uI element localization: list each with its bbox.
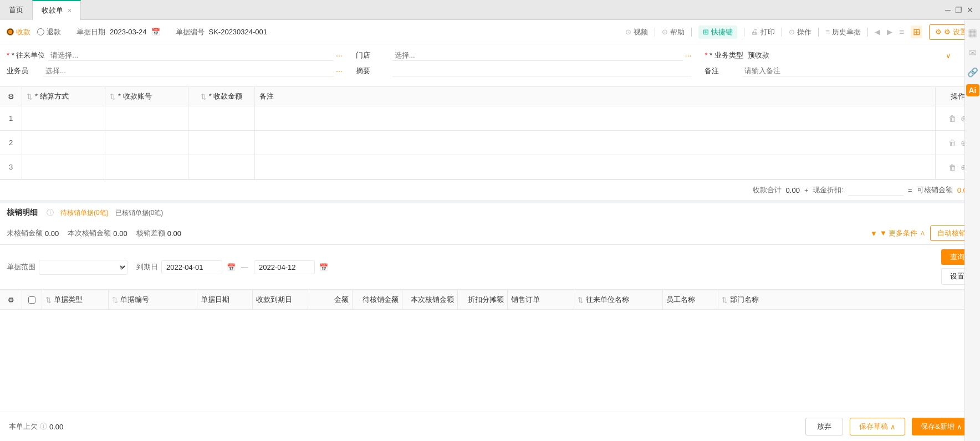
nav-next-icon[interactable]: ▶ [887, 28, 892, 36]
row3-amount[interactable] [188, 155, 255, 179]
business-type-arrow-icon[interactable]: ∨ [946, 52, 951, 60]
footer-total-label: 本单上欠 [9, 422, 38, 432]
row1-remark[interactable] [255, 106, 936, 130]
tab-close-icon[interactable]: × [68, 7, 72, 14]
tab-bar: 首页 收款单 × ─ ❐ ✕ [0, 0, 980, 20]
sort-no-icon: ⇅ [112, 296, 118, 304]
divider5 [818, 28, 819, 37]
sidebar-mail-icon[interactable]: ✉ [967, 45, 978, 60]
tab-home[interactable]: 首页 [0, 0, 32, 20]
partner-input[interactable] [48, 50, 334, 61]
abandon-button[interactable]: 放弃 [805, 418, 843, 435]
save-draft-button[interactable]: 保存草稿 ∧ [850, 418, 905, 435]
video-btn[interactable]: ⊙ 视频 [625, 27, 648, 37]
radio-shoukuan-label: 收款 [16, 27, 30, 37]
restore-icon[interactable]: ❐ [955, 6, 962, 14]
total-value: 0.00 [786, 186, 800, 194]
save-new-button[interactable]: 保存&新增 ∧ [912, 418, 971, 435]
row1-amount[interactable] [188, 106, 255, 130]
footer: 本单上欠 ⓘ 0.00 放弃 保存草稿 ∧ 保存&新增 ∧ [0, 412, 980, 441]
row3-delete-icon[interactable]: 🗑 [948, 163, 956, 172]
bth-check[interactable] [22, 290, 42, 309]
to-calendar-icon[interactable]: 📅 [319, 263, 328, 271]
list-view-icon[interactable]: ≡ [899, 27, 904, 37]
discount-input[interactable] [848, 184, 904, 196]
th-account-label: * 收款账号 [118, 91, 152, 101]
pending-tab[interactable]: 待核销单据(0笔) [60, 208, 109, 218]
receipt-table-header: ⚙ ⇅ * 结算方式 ⇅ * 收款账号 ⇅ * 收款金额 备注 操作 [0, 87, 980, 106]
footer-total-info: 本单上欠 ⓘ 0.00 [9, 422, 63, 432]
form-area: * 往来单位 ··· 门店 ··· * 业务类型 预收款 ∨ 业务员 [0, 44, 980, 87]
bth-staff: 员工名称 [663, 290, 718, 309]
sidebar-table-icon[interactable]: ▦ [966, 24, 979, 41]
row2-settle[interactable] [22, 131, 105, 155]
radio-tuikuan-input[interactable] [37, 28, 44, 35]
range-label: 单据范围 [7, 262, 35, 272]
nav-prev-icon[interactable]: ◀ [875, 28, 880, 36]
row2-amount[interactable] [188, 131, 255, 155]
row2-delete-icon[interactable]: 🗑 [948, 139, 956, 147]
bth-partner-label: 往来单位名称 [586, 295, 629, 305]
due-date-to-input[interactable] [254, 260, 315, 274]
offset-section-header: 核销明细 ⓘ 待核销单据(0笔) 已核销单据(0笔) [0, 200, 980, 222]
main-container: 收款 退款 单据日期 2023-03-24 📅 单据编号 SK-20230324… [0, 20, 980, 441]
th-gear[interactable]: ⚙ [0, 87, 22, 106]
th-settle: ⇅ * 结算方式 [22, 87, 105, 106]
unchecked-val: 0.00 [45, 229, 59, 238]
staff-label: 业务员 [7, 66, 40, 76]
tab-current[interactable]: 收款单 × [32, 0, 81, 20]
print-btn[interactable]: 🖨 打印 [751, 27, 775, 37]
from-calendar-icon[interactable]: 📅 [227, 263, 236, 271]
done-tab[interactable]: 已核销单据(0笔) [115, 208, 164, 218]
bth-gear[interactable]: ⚙ [0, 290, 22, 309]
shop-input[interactable] [392, 50, 683, 61]
more-conditions-label: ▼ 更多条件 ∧ [880, 228, 926, 238]
operate-btn[interactable]: ⊙ 操作 [789, 27, 811, 37]
staff-input[interactable] [43, 65, 334, 76]
row1-num: 1 [0, 106, 22, 130]
save-new-arrow-icon: ∧ [957, 423, 962, 431]
row1-account[interactable] [105, 106, 188, 130]
select-all-checkbox[interactable] [28, 296, 35, 304]
th-op-label: 操作 [951, 91, 965, 101]
plus-symbol: + [804, 186, 809, 194]
history-btn[interactable]: ≡ 历史单据 [825, 27, 861, 37]
divider4 [782, 28, 782, 37]
grid-view-icon[interactable]: ⊞ [911, 25, 922, 38]
row3-settle[interactable] [22, 155, 105, 179]
help-btn[interactable]: ⊙ 帮助 [662, 27, 685, 37]
minimize-icon[interactable]: ─ [945, 6, 951, 14]
content-area: * 往来单位 ··· 门店 ··· * 业务类型 预收款 ∨ 业务员 [0, 44, 980, 441]
partner-field: * 往来单位 ··· [7, 50, 343, 61]
offset-info-icon[interactable]: ⓘ [47, 208, 54, 218]
range-select[interactable] [39, 260, 127, 275]
this-offset-val: 0.00 [113, 229, 127, 238]
radio-shoukuan-input[interactable] [7, 28, 14, 35]
sidebar-link-icon[interactable]: 🔗 [965, 65, 981, 80]
footer-info-icon[interactable]: ⓘ [40, 422, 47, 432]
sidebar-ai-icon[interactable]: Ai [966, 84, 979, 96]
row3-account[interactable] [105, 155, 188, 179]
date-calendar-icon[interactable]: 📅 [151, 28, 160, 36]
more-conditions-btn[interactable]: ▼ ▼ 更多条件 ∧ [870, 228, 926, 238]
radio-tuikuan[interactable]: 退款 [37, 27, 61, 37]
row3-num: 3 [0, 155, 22, 179]
row2-account[interactable] [105, 131, 188, 155]
close-icon[interactable]: ✕ [967, 6, 973, 14]
right-sidebar: ▦ ✉ 🔗 Ai [964, 20, 980, 441]
due-date-from-input[interactable] [161, 260, 222, 274]
row3-remark[interactable] [255, 155, 936, 179]
note-input[interactable] [742, 65, 973, 76]
shortcut-btn[interactable]: ⊞ 快捷键 [698, 25, 737, 39]
history-icon: ≡ [825, 28, 830, 36]
row2-remark[interactable] [255, 131, 936, 155]
table-row: 2 🗑 ⊕ [0, 131, 980, 155]
partner-more-icon[interactable]: ··· [336, 51, 343, 60]
shop-more-icon[interactable]: ··· [685, 51, 692, 60]
summary-input[interactable] [392, 65, 692, 76]
staff-more-icon[interactable]: ··· [336, 66, 343, 75]
top-toolbar: 收款 退款 单据日期 2023-03-24 📅 单据编号 SK-20230324… [0, 20, 980, 44]
row1-settle[interactable] [22, 106, 105, 130]
radio-shoukuan[interactable]: 收款 [7, 27, 30, 37]
row1-delete-icon[interactable]: 🗑 [948, 114, 956, 123]
